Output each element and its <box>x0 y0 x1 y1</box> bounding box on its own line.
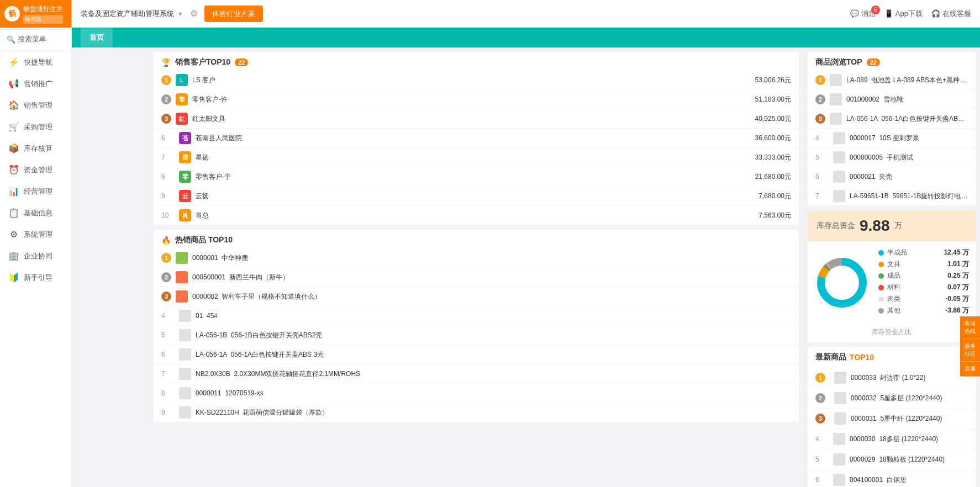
list-item: 5 LA-056-1B 056-1B白色按键开关壳ABS2壳 <box>154 326 799 345</box>
list-item: 6 004100001 白钢垫 <box>808 470 976 487</box>
list-item: 5 0000029 18颗粒板 (1220*2440) <box>808 449 976 470</box>
tab-home[interactable]: 首页 <box>81 28 113 47</box>
product-img <box>834 372 846 384</box>
hotline-label: 客服热线 <box>965 320 976 334</box>
online-service-label: 在线客服 <box>942 9 971 19</box>
sidebar-item-label: 新手引导 <box>24 273 52 283</box>
sidebar-item-label: 快捷导航 <box>24 57 52 67</box>
sidebar-item-marketing[interactable]: 📢 营销推广 <box>0 73 71 94</box>
sidebar-item-inventory[interactable]: 📦 库存核算 <box>0 137 71 159</box>
sidebar-item-label: 销售管理 <box>24 100 52 110</box>
sidebar-item-system[interactable]: ⚙ 系统管理 <box>0 224 71 245</box>
product-name: LA-59651-1B 59651-1B旋转投影灯电池盒ABS黑色+58壳 <box>850 192 968 201</box>
inventory-header: 库存总资金 9.88 万 <box>808 210 976 241</box>
legend-label: 肉类 <box>887 294 942 304</box>
legend-value: -0.05 万 <box>945 294 969 304</box>
hot-products-title: 热销商品 TOP10 <box>175 235 233 245</box>
guide-icon: 🔰 <box>8 272 19 283</box>
sidebar-item-basic[interactable]: 📋 基础信息 <box>0 202 71 224</box>
product-name: 01 45# <box>196 312 791 320</box>
sidebar-search[interactable]: 🔍 搜索菜单 <box>0 28 71 51</box>
sidebar-item-sales[interactable]: 🏠 销售管理 <box>0 94 71 116</box>
list-item: 5 000800005 手机测试 <box>808 148 976 167</box>
search-icon: 🔍 <box>7 35 15 44</box>
rank-number: 5 <box>815 456 829 463</box>
sidebar-item-purchase[interactable]: 🛒 采购管理 <box>0 116 71 137</box>
list-item: 4 0000030 18多层 (1220*2440) <box>808 429 976 449</box>
product-img: ▪ <box>176 271 188 283</box>
product-name: NB2.0X30B 2.0X30MM双搓花轴搓花直径2.1MM/ROHS <box>196 369 791 379</box>
sidebar-nav: ⚡ 快捷导航 📢 营销推广 🏠 销售管理 🛒 采购管理 📦 库存核算 ⏰ 资金管… <box>0 51 71 487</box>
legend-item: 其他 -3.86 万 <box>878 306 969 315</box>
rank-badge: 2 <box>815 94 825 104</box>
legend-value: 0.25 万 <box>947 271 969 280</box>
avatar: L <box>176 74 188 86</box>
search-menu-label: 搜索菜单 <box>18 34 46 44</box>
sidebar-item-quick-nav[interactable]: ⚡ 快捷导航 <box>0 51 71 73</box>
list-item: 2 001000002 雪地靴 <box>808 90 976 109</box>
chart-legend: 半成品 12.45 万 文具 1.01 万 成品 0.25 万 <box>878 248 969 317</box>
float-btn-live[interactable]: 直播 <box>960 362 980 377</box>
middle-col: 🏆 销售客户TOP10 22 1 L LS 客户 53,006.26元 2 零 … <box>149 47 803 487</box>
message-badge: 6 <box>871 6 880 14</box>
product-name: 0000002 智利车子里（规格不知道填什么） <box>192 292 791 301</box>
sidebar-item-company[interactable]: 🏢 企业协同 <box>0 245 71 267</box>
main-area: 装备及固定资产辅助管理系统 ▼ ⚙ 体验行业方案 💬 消息 6 📱 App下载 … <box>72 0 980 487</box>
donut-chart <box>814 255 870 310</box>
list-item: 8 0000011 12070519-xs <box>154 384 799 403</box>
rank-number: 9 <box>161 409 175 416</box>
customer-name: 零售客户-许 <box>192 95 755 104</box>
app-download-button[interactable]: 📱 App下载 <box>884 9 923 19</box>
product-name: LA-056-1B 056-1B白色按键开关壳ABS2壳 <box>196 331 791 340</box>
rank-number: 5 <box>161 331 175 339</box>
product-name: KK-SD22110H 花语萌信温分罐罐袋（厚款） <box>196 408 791 417</box>
product-name: 001000002 雪地靴 <box>846 95 968 104</box>
sidebar-item-label: 经营管理 <box>24 187 52 197</box>
legend-label: 其他 <box>887 306 942 315</box>
legend-label: 半成品 <box>887 248 941 257</box>
rank-number: 8 <box>161 173 175 181</box>
tab-home-label: 首页 <box>89 33 104 43</box>
sidebar-item-finance[interactable]: ⏰ 资金管理 <box>0 159 71 181</box>
live-label: 直播 <box>965 366 976 372</box>
product-browse-header: 商品浏览TOP 22 <box>808 52 976 71</box>
float-btn-hotline[interactable]: 客服热线 <box>960 316 980 339</box>
rank-badge: 1 <box>815 75 825 85</box>
sidebar-item-label: 库存核算 <box>24 144 52 153</box>
legend-value: 12.45 万 <box>944 248 969 257</box>
customer-top10-card: 🏆 销售客户TOP10 22 1 L LS 客户 53,006.26元 2 零 … <box>154 52 799 225</box>
rank-number: 4 <box>815 435 829 443</box>
trial-button[interactable]: 体验行业方案 <box>204 6 263 22</box>
browse-badge: 22 <box>867 59 880 66</box>
browse-title: 商品浏览TOP <box>815 57 862 67</box>
list-item: 7 NB2.0X30B 2.0X30MM双搓花轴搓花直径2.1MM/ROHS <box>154 364 799 384</box>
message-icon: 💬 <box>850 9 859 18</box>
product-img <box>179 348 191 361</box>
sidebar-item-operation[interactable]: 📊 经营管理 <box>0 181 71 202</box>
chevron-down-icon: ▼ <box>177 10 183 17</box>
inventory-total-label: 库存总资金 <box>816 221 855 231</box>
system-selector[interactable]: 装备及固定资产辅助管理系统 ▼ <box>81 9 183 19</box>
product-img <box>830 93 842 105</box>
product-img <box>834 392 846 404</box>
rank-number: 5 <box>815 153 829 161</box>
float-btn-community[interactable]: 服务社区 <box>960 339 980 362</box>
product-browse-card: 商品浏览TOP 22 1 LA-089 电池盖 LA-089 ABS本色+黑种 … <box>808 52 976 206</box>
legend-item: 文具 1.01 万 <box>878 260 969 269</box>
customer-amount: 36,600.00元 <box>755 134 791 143</box>
logo-icon: 畅 <box>4 6 20 22</box>
customer-name: 星扬 <box>196 153 755 162</box>
legend-dot <box>878 250 884 256</box>
list-item: 3 0000031 5厘中纤 (1220*2440) <box>808 409 976 429</box>
sidebar-item-guide[interactable]: 🔰 新手引导 <box>0 267 71 288</box>
online-service-button[interactable]: 🎧 在线客服 <box>931 9 971 19</box>
inventory-card: 库存总资金 9.88 万 <box>808 210 976 342</box>
phone-icon: 📱 <box>884 9 893 18</box>
gear-icon[interactable]: ⚙ <box>190 8 198 19</box>
list-item: 6 LA-056-1A 056-1A白色按键开关盖ABS 3壳 <box>154 345 799 364</box>
message-button[interactable]: 💬 消息 6 <box>850 9 876 19</box>
system-name: 装备及固定资产辅助管理系统 <box>81 9 174 19</box>
legend-item: 半成品 12.45 万 <box>878 248 969 257</box>
product-code: 0000001 中华神鹿 <box>192 253 791 263</box>
search-menu-button[interactable]: 🔍 搜索菜单 <box>4 32 49 46</box>
